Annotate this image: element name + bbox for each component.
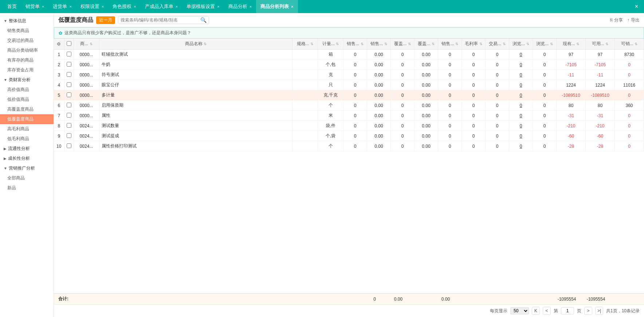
sidebar-item-sales-products[interactable]: 销售类商品: [0, 26, 54, 36]
row-name[interactable]: 属性价格打印测试: [99, 141, 292, 151]
row-browse1[interactable]: 0: [509, 141, 533, 151]
row-name[interactable]: 属性: [99, 111, 292, 121]
sidebar-item-stocked-products[interactable]: 有库存的商品: [0, 55, 54, 65]
th-gross[interactable]: 毛利率 ⇅: [462, 39, 486, 49]
row-browse1[interactable]: 0: [509, 80, 533, 90]
row-browse1[interactable]: 0: [509, 70, 533, 80]
nav-product-analysis-close[interactable]: ×: [250, 4, 252, 9]
th-trans[interactable]: 交易... ⇅: [486, 39, 509, 49]
row-checkbox[interactable]: [67, 113, 71, 118]
row-name[interactable]: 牛奶: [99, 60, 292, 70]
row-checkbox[interactable]: [67, 52, 71, 56]
row-checkbox-cell[interactable]: [64, 49, 74, 60]
share-btn[interactable]: ⎘ 分享: [610, 17, 623, 23]
nav-product-analysis-list-close[interactable]: ×: [291, 4, 293, 9]
row-checkbox[interactable]: [67, 133, 71, 138]
th-settings[interactable]: ⚙: [54, 39, 64, 49]
row-browse1[interactable]: 0: [509, 100, 533, 111]
per-page-select[interactable]: 20 50 100 200: [510, 307, 529, 314]
th-stock2[interactable]: 可用... ⇅: [586, 39, 615, 49]
sidebar-item-low-margin[interactable]: 低毛利商品: [0, 134, 54, 144]
table-container[interactable]: ⚙ 商... ⇅ 商品名称 ⇅ 规格... ⇅ 计量... ⇅ 销售... ⇅ …: [54, 39, 644, 293]
row-checkbox[interactable]: [67, 103, 71, 107]
sidebar-item-low-value[interactable]: 低价值商品: [0, 95, 54, 104]
row-name[interactable]: 测试提成: [99, 131, 292, 141]
nav-permissions[interactable]: 权限设置 ×: [76, 0, 108, 13]
sidebar-section-flow[interactable]: ▶ 流通性分析: [0, 144, 54, 154]
row-checkbox-cell[interactable]: [64, 70, 74, 80]
nav-product-analysis[interactable]: 商品分析 ×: [224, 0, 256, 13]
sidebar-item-capital-usage[interactable]: 库存资金占用: [0, 65, 54, 75]
sidebar-section-marketing[interactable]: ▼ 营销推广分析: [0, 163, 54, 173]
th-sales2[interactable]: 销售... ⇅: [367, 39, 391, 49]
row-name[interactable]: 启用保质期: [99, 100, 292, 111]
nav-finished-goods-close[interactable]: ×: [176, 4, 178, 9]
sidebar-section-growth[interactable]: ▶ 成长性分析: [0, 154, 54, 163]
th-browse1[interactable]: 浏览... ⇅: [509, 39, 533, 49]
first-page-btn[interactable]: K: [532, 307, 540, 315]
nav-product-analysis-list[interactable]: 商品分析列表 ×: [256, 0, 298, 13]
row-name[interactable]: 旺辅批次测试: [99, 49, 292, 60]
sidebar-item-category-rate[interactable]: 商品分类动销率: [0, 45, 54, 55]
nav-finished-goods[interactable]: 产成品入库单 ×: [141, 0, 182, 13]
row-name[interactable]: 测试数量: [99, 121, 292, 131]
row-browse1[interactable]: 0: [509, 121, 533, 131]
row-browse1[interactable]: 0: [509, 60, 533, 70]
th-sales3[interactable]: 销售... ⇅: [438, 39, 462, 49]
row-checkbox[interactable]: [67, 72, 71, 77]
sidebar-item-high-value[interactable]: 高价值商品: [0, 85, 54, 95]
nav-sales-order-close[interactable]: ×: [42, 4, 44, 9]
sidebar-item-all-products[interactable]: 全部商品: [0, 173, 54, 183]
row-browse1[interactable]: 0: [509, 111, 533, 121]
row-checkbox[interactable]: [67, 82, 71, 87]
sidebar-item-high-coverage[interactable]: 高覆盖度商品: [0, 104, 54, 114]
row-checkbox[interactable]: [67, 62, 71, 67]
row-checkbox[interactable]: [67, 123, 71, 128]
sidebar-item-high-margin[interactable]: 高毛利商品: [0, 124, 54, 134]
sidebar-item-traded-products[interactable]: 交易过的商品: [0, 36, 54, 45]
sidebar-section-overall[interactable]: ▼ 整体信息: [0, 16, 54, 26]
nav-sales-order[interactable]: 销货单 ×: [21, 0, 48, 13]
row-name[interactable]: 多计量: [99, 90, 292, 100]
row-browse1[interactable]: 0: [509, 131, 533, 141]
nav-template-close[interactable]: ×: [217, 4, 219, 9]
row-name[interactable]: 眼宝公仔: [99, 80, 292, 90]
row-checkbox-cell[interactable]: [64, 111, 74, 121]
next-page-btn[interactable]: >: [584, 307, 592, 315]
th-salable[interactable]: 可销... ⇅: [615, 39, 644, 49]
th-spec[interactable]: 规格... ⇅: [292, 39, 318, 49]
th-stock1[interactable]: 现有... ⇅: [557, 39, 586, 49]
select-all-checkbox[interactable]: [67, 41, 71, 46]
last-page-btn[interactable]: >|: [595, 307, 603, 315]
row-checkbox-cell[interactable]: [64, 80, 74, 90]
nav-purchase-order[interactable]: 进货单 ×: [48, 0, 76, 13]
nav-home[interactable]: 首页: [3, 0, 21, 13]
nav-template-settings[interactable]: 单据模板设置 ×: [182, 0, 224, 13]
close-all-tabs[interactable]: ×: [632, 3, 641, 10]
nav-roles-close[interactable]: ×: [134, 4, 136, 9]
nav-roles[interactable]: 角色授权 ×: [108, 0, 140, 13]
th-name[interactable]: 商品名称 ⇅: [99, 39, 292, 49]
th-code[interactable]: 商... ⇅: [74, 39, 99, 49]
row-checkbox-cell[interactable]: [64, 60, 74, 70]
filter-recent-month-btn[interactable]: 近一月: [96, 16, 115, 24]
th-cover1[interactable]: 覆盖... ⇅: [391, 39, 415, 49]
search-input[interactable]: [121, 17, 200, 23]
th-browse2[interactable]: 浏览... ⇅: [533, 39, 557, 49]
th-cover2[interactable]: 覆盖... ⇅: [415, 39, 438, 49]
export-btn[interactable]: ↑ 导出: [627, 17, 640, 23]
row-checkbox[interactable]: [67, 143, 71, 148]
row-checkbox-cell[interactable]: [64, 131, 74, 141]
row-name[interactable]: 符号测试: [99, 70, 292, 80]
row-checkbox-cell[interactable]: [64, 141, 74, 151]
page-input[interactable]: [561, 307, 574, 314]
prev-page-btn[interactable]: <: [543, 307, 551, 315]
row-browse1[interactable]: 0: [509, 49, 533, 60]
nav-permissions-close[interactable]: ×: [102, 4, 104, 9]
th-sales1[interactable]: 销售... ⇅: [343, 39, 367, 49]
row-checkbox-cell[interactable]: [64, 121, 74, 131]
sidebar-item-new-products[interactable]: 新品: [0, 183, 54, 193]
sidebar-item-low-coverage[interactable]: 低覆盖度商品: [0, 114, 54, 124]
nav-purchase-order-close[interactable]: ×: [69, 4, 71, 9]
th-checkbox[interactable]: [64, 39, 74, 49]
